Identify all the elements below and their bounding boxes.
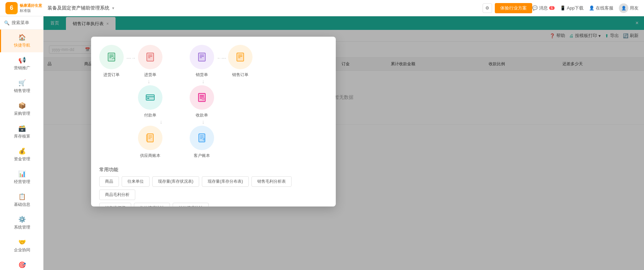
sales-order-circle[interactable]: [228, 45, 253, 69]
flow-purchase-bill: 进货单: [138, 45, 162, 78]
flow-sales-order: 销售订单: [228, 45, 253, 78]
basic-info-icon: 📋: [18, 193, 26, 200]
supplier-ledger-circle[interactable]: [138, 126, 162, 150]
purchase-icon: 📦: [18, 102, 26, 109]
func-buttons-row1: 商品 往来单位 现存量(库存状况表) 现存量(库存分布表) 销售毛利分析表 商品…: [99, 176, 328, 200]
inventory-icon: 🗃️: [18, 125, 26, 132]
main-area: 🔍 搜索菜单 🏠 快捷导航 📢 营销推广 🛒 销售管理 📦 采购管理 🗃️: [0, 16, 644, 270]
flow-sales-bill: 销货单: [190, 45, 214, 78]
sidebar-item-sales[interactable]: 🛒 销售管理: [0, 75, 43, 98]
content-area: 首页 销售订单执行表 × × ❓ 帮助 🖨 按: [43, 16, 644, 270]
logo-text: 畅康通好生意 标准版: [20, 3, 42, 13]
func-btn-sales-profit-analysis[interactable]: 销售毛利分析表: [251, 176, 292, 187]
sidebar-item-quick-nav[interactable]: 🏠 快捷导航: [0, 30, 43, 52]
receipt-bill-circle[interactable]: [190, 85, 214, 110]
flow-receipt-bill: 收款单: [190, 85, 214, 118]
phone-icon: 📱: [560, 5, 565, 11]
payment-bill-circle[interactable]: [138, 85, 162, 110]
home-icon: 🏠: [18, 34, 26, 41]
svg-rect-5: [147, 53, 154, 61]
flow-diagram: 进货订单 - - - → 进货单: [99, 45, 328, 159]
func-btn-product-profit[interactable]: 商品毛利分析: [99, 190, 135, 200]
system-name-label: 装备及固定资产辅助管理系统: [48, 5, 109, 11]
settings-icon-btn[interactable]: ⚙: [483, 3, 492, 13]
arrow-payment-down: ↓: [160, 119, 162, 125]
common-functions-section: 常用功能 商品 往来单位 现存量(库存状况表) 现存量(库存分布表) 销售毛利分…: [99, 167, 328, 206]
operations-icon: 📊: [18, 170, 26, 178]
sidebar: 🔍 搜索菜单 🏠 快捷导航 📢 营销推广 🛒 销售管理 📦 采购管理 🗃️: [0, 16, 43, 270]
svg-rect-10: [146, 95, 154, 100]
online-service-btn[interactable]: 👤 在线客服: [589, 5, 613, 11]
arrow-sales-order-to-bill: ← - - -: [214, 55, 228, 61]
user-avatar: 👤: [619, 3, 628, 13]
func-btn-stock-status[interactable]: 现存量(库存状况表): [152, 176, 199, 187]
arrow-sales-bill-down: ↓: [202, 78, 205, 85]
flow-customer-ledger: 客户账本: [190, 126, 214, 159]
sales-icon: 🛒: [18, 79, 26, 87]
sidebar-item-operations[interactable]: 📊 经营管理: [0, 166, 43, 189]
sidebar-item-purchase[interactable]: 📦 采购管理: [0, 98, 43, 121]
purchase-order-circle[interactable]: [99, 45, 124, 69]
customer-ledger-circle[interactable]: [190, 126, 214, 150]
svg-rect-19: [146, 134, 147, 141]
svg-rect-36: [199, 134, 205, 142]
dropdown-icon[interactable]: ▾: [112, 6, 114, 11]
newbie-icon: 🎯: [18, 261, 26, 269]
logo-icon: 6: [5, 2, 18, 14]
func-btn-stock-distribution[interactable]: 现存量(库存分布表): [202, 176, 249, 187]
sidebar-item-marketing[interactable]: 📢 营销推广: [0, 52, 43, 75]
flow-supplier-ledger: 供应商账本: [138, 126, 162, 159]
func-btn-receipt-stats[interactable]: 收款情况统计: [134, 203, 170, 206]
svg-point-41: [203, 138, 205, 140]
common-functions-title: 常用功能: [99, 167, 328, 173]
svg-rect-0: [108, 53, 115, 61]
finance-icon: 💰: [18, 147, 26, 155]
func-btn-product[interactable]: 商品: [99, 176, 119, 187]
svg-rect-20: [198, 53, 205, 61]
modal-overlay: 进货订单 - - - → 进货单: [43, 16, 644, 270]
system-icon: ⚙️: [18, 216, 26, 223]
func-btn-sales-ranking[interactable]: 销售排行榜: [99, 203, 131, 206]
svg-rect-14: [147, 134, 153, 142]
flow-payment-bill: 付款单: [138, 85, 162, 118]
svg-rect-13: [147, 98, 149, 99]
app-download-btn[interactable]: 📱 App下载: [560, 5, 584, 11]
arrow-purchase-bill-down: ↓: [147, 78, 150, 85]
sidebar-item-newbie[interactable]: 🎯 新手引导: [0, 257, 43, 270]
sidebar-item-system[interactable]: ⚙️ 系统管理: [0, 212, 43, 234]
system-title: 装备及固定资产辅助管理系统 ▾: [48, 5, 480, 11]
message-btn[interactable]: 💬 消息 6: [532, 5, 555, 11]
search-icon: 🔍: [4, 20, 10, 25]
experience-button[interactable]: 体验行业方案: [495, 3, 532, 13]
purchase-bill-circle[interactable]: [138, 45, 162, 69]
quick-nav-modal: 进货订单 - - - → 进货单: [91, 37, 336, 206]
sidebar-item-enterprise[interactable]: 🤝 企业协同: [0, 234, 43, 257]
top-right-area: 💬 消息 6 📱 App下载 👤 在线客服 👤 用友: [532, 3, 639, 13]
app-wrapper: 6 畅康通好生意 标准版 装备及固定资产辅助管理系统 ▾ ⚙ 体验行业方案 💬 …: [0, 0, 644, 270]
sidebar-item-basic-info[interactable]: 📋 基础信息: [0, 189, 43, 212]
message-badge: 6: [549, 6, 555, 10]
func-btn-partners[interactable]: 往来单位: [122, 176, 150, 187]
arrow-purchase-order-to-bill: - - - →: [124, 55, 138, 61]
sidebar-item-finance[interactable]: 💰 资金管理: [0, 143, 43, 166]
sales-bill-circle[interactable]: [190, 45, 214, 69]
message-icon: 💬: [532, 5, 538, 11]
func-buttons-row2: 销售排行榜 收款情况统计 付款情况统计: [99, 203, 328, 206]
sidebar-search[interactable]: 🔍 搜索菜单: [0, 16, 43, 30]
svg-rect-30: [198, 93, 205, 102]
svg-point-35: [202, 97, 205, 100]
enterprise-icon: 🤝: [18, 238, 26, 246]
svg-rect-25: [237, 53, 244, 61]
service-icon: 👤: [589, 5, 594, 11]
flow-purchase-order: 进货订单: [99, 45, 124, 78]
func-btn-payment-stats[interactable]: 付款情况统计: [173, 203, 209, 206]
top-bar: 6 畅康通好生意 标准版 装备及固定资产辅助管理系统 ▾ ⚙ 体验行业方案 💬 …: [0, 0, 644, 16]
arrow-receipt-down: ↓: [202, 119, 205, 125]
sidebar-item-inventory[interactable]: 🗃️ 库存核算: [0, 121, 43, 143]
user-area[interactable]: 👤 用友: [619, 3, 639, 13]
marketing-icon: 📢: [18, 56, 26, 64]
